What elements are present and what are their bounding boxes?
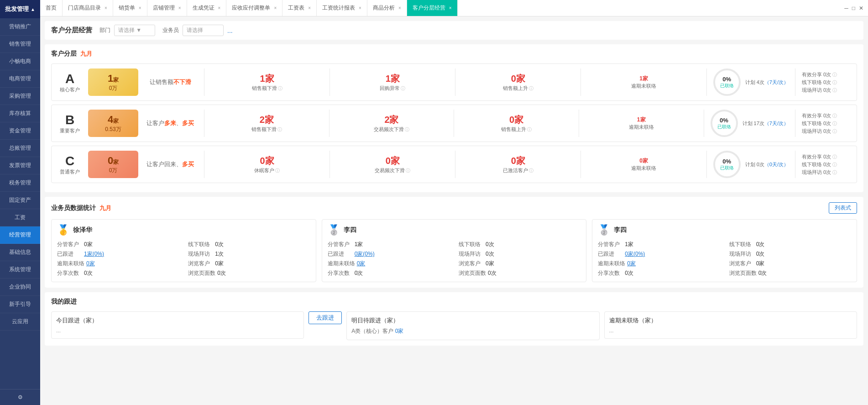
gear-icon: ⚙ — [18, 394, 23, 400]
staff-stat-value-2-4[interactable]: 0家 — [627, 260, 636, 268]
sidebar-item-7[interactable]: 总账管理 — [0, 140, 40, 157]
window-minimize-icon[interactable]: ─ — [844, 5, 848, 11]
staff-stat-value-2-2[interactable]: 0家(0%) — [625, 250, 645, 258]
staff-stat-value-0-5: 0家 — [215, 260, 224, 268]
staff-stat-value-1-6: 0次 — [355, 269, 363, 277]
more-filters-btn[interactable]: ... — [227, 27, 233, 34]
tier-stat3-B[interactable]: 0家 销售额上升 ⓘ — [460, 114, 572, 133]
tier-stat3-C[interactable]: 0家 已激活客户 ⓘ — [462, 155, 574, 174]
tab-close-5[interactable]: × — [274, 5, 277, 11]
tab-close-2[interactable]: × — [139, 5, 141, 11]
sidebar-item-8[interactable]: 发票管理 — [0, 157, 40, 174]
tab-7[interactable]: 工资统计报表× — [317, 0, 367, 16]
list-view-btn[interactable]: 列表式 — [829, 202, 857, 214]
chevron-down-icon: ▼ — [136, 27, 141, 33]
tier-divider-4-A — [580, 68, 581, 96]
staff-stat-value-2-1: 0次 — [756, 241, 765, 248]
sidebar-item-14[interactable]: 系统管理 — [0, 261, 40, 279]
tier-stat1-A[interactable]: 1家 销售额下滑 ⓘ — [211, 73, 323, 92]
tomorrow-followup-box: 明日待跟进（家） A类（核心）客户 0家 — [346, 311, 599, 340]
sidebar-expand-icon[interactable]: ▲ — [31, 7, 35, 12]
tab-0[interactable]: 首页 — [40, 0, 63, 16]
tomorrow-followup-title: 明日待跟进（家） — [351, 316, 594, 325]
staff-stat-row-2-7: 浏览页面数 0次 — [729, 269, 851, 277]
sidebar-settings[interactable]: ⚙ — [0, 389, 40, 405]
sidebar-item-9[interactable]: 税务管理 — [0, 174, 40, 192]
sidebar-item-10[interactable]: 固定资产 — [0, 192, 40, 209]
tier-stat2-A[interactable]: 1家 回购异常 ⓘ — [336, 73, 449, 92]
window-close-icon[interactable]: ✕ — [859, 5, 863, 11]
staff-section-title: 业务员数据统计 — [51, 204, 96, 212]
tier-circle-B: 0% 已联络 — [711, 110, 738, 137]
tab-9[interactable]: 客户分层经营× — [407, 0, 458, 16]
sidebar-item-13[interactable]: 基础信息 — [0, 244, 40, 261]
sidebar-item-3[interactable]: 电商管理 — [0, 70, 40, 88]
tier-stat3-A[interactable]: 0家 销售额上升 ⓘ — [462, 73, 574, 92]
staff-stat-row-1-5: 浏览客户 0家 — [459, 260, 580, 268]
staff-stat-value-0-2[interactable]: 1家(0%) — [84, 250, 104, 258]
tier-count-box-C[interactable]: 0家 0万 — [88, 151, 138, 178]
tier-count-box-B[interactable]: 4家 0.53万 — [88, 110, 138, 137]
staff-stat-row-0-0: 分管客户 0家 — [57, 241, 179, 248]
tab-close-1[interactable]: × — [105, 5, 107, 11]
tier-right-stats-B: 有效分享 0次 ⓘ线下联络 0次 ⓘ现场拜访 0次 ⓘ — [802, 112, 852, 135]
overdue-followup-content: ... — [609, 327, 852, 334]
tab-close-9[interactable]: × — [449, 5, 452, 11]
sidebar-item-15[interactable]: 企业协同 — [0, 279, 40, 296]
tab-2[interactable]: 销货单× — [113, 0, 147, 16]
dept-select[interactable]: 请选择 ▼ — [114, 25, 155, 36]
tab-label-8: 商品分析 — [373, 4, 395, 12]
staff-stat-row-2-2: 已跟进 0家(0%) — [598, 250, 720, 258]
tier-stat2-B[interactable]: 2家 交易频次下滑 ⓘ — [336, 114, 448, 133]
tab-bar: 首页门店商品目录×销货单×店铺管理×生成凭证×应收应付调整单×工资表×工资统计报… — [40, 0, 868, 16]
staff-stat-value-1-1: 0次 — [486, 241, 494, 248]
tier-stat1-B[interactable]: 2家 销售额下滑 ⓘ — [211, 114, 323, 133]
today-followup-title: 今日跟进（家） — [56, 316, 299, 325]
tab-3[interactable]: 店铺管理× — [147, 0, 187, 16]
sidebar-item-12[interactable]: 经营管理 — [0, 226, 40, 244]
sidebar-item-6[interactable]: 资金管理 — [0, 122, 40, 140]
tab-close-8[interactable]: × — [398, 5, 401, 11]
window-restore-icon[interactable]: □ — [852, 5, 855, 11]
customer-section-header: 客户分层 九月 — [51, 50, 857, 58]
staff-stat-row-2-1: 线下联络 0次 — [729, 241, 851, 248]
tab-5[interactable]: 应收应付调整单× — [226, 0, 282, 16]
goto-followup-btn[interactable]: 去跟进 — [309, 311, 342, 324]
sidebar-item-11[interactable]: 工资 — [0, 209, 40, 226]
tab-1[interactable]: 门店商品目录× — [63, 0, 113, 16]
staff-avatar-1: 🥈 — [328, 224, 340, 236]
staff-card-2: 🥈 李四 分管客户 1家 线下联络 0次 已跟进 0家(0%) 现场拜访 0次 … — [592, 219, 857, 282]
sidebar: 批发管理 ▲ 营销推广销售管理小畅电商电商管理采购管理库存核算资金管理总账管理发… — [0, 0, 40, 405]
sidebar-item-1[interactable]: 销售管理 — [0, 36, 40, 53]
sidebar-item-2[interactable]: 小畅电商 — [0, 53, 40, 70]
today-followup-content: ... — [56, 327, 299, 334]
tier-divider-4-C — [580, 151, 581, 178]
tier-count-box-A[interactable]: 1家 0万 — [88, 68, 138, 96]
tab-close-6[interactable]: × — [308, 5, 311, 11]
tab-close-3[interactable]: × — [178, 5, 181, 11]
followup-title: 我的跟进 — [51, 298, 77, 306]
tier-stat2-C[interactable]: 0家 交易频次下滑 ⓘ — [336, 155, 449, 174]
staff-stat-row-1-2: 已跟进 0家(0%) — [328, 250, 450, 258]
staff-select[interactable]: 请选择 — [183, 25, 224, 36]
tab-4[interactable]: 生成凭证× — [187, 0, 227, 16]
tab-6[interactable]: 工资表× — [282, 0, 317, 16]
sidebar-item-5[interactable]: 库存核算 — [0, 105, 40, 122]
staff-stat-value-0-4[interactable]: 0家 — [86, 260, 95, 268]
tab-8[interactable]: 商品分析× — [367, 0, 407, 16]
staff-stat-value-1-2[interactable]: 0家(0%) — [355, 250, 375, 258]
tier-divider-3-A — [455, 68, 455, 96]
staff-card-header-0: 🥇 徐泽华 — [57, 224, 310, 236]
tab-close-4[interactable]: × — [218, 5, 221, 11]
sidebar-item-4[interactable]: 采购管理 — [0, 88, 40, 105]
sidebar-item-0[interactable]: 营销推广 — [0, 18, 40, 36]
tab-close-7[interactable]: × — [359, 5, 361, 11]
tier-stat1-C[interactable]: 0家 休眠客户 ⓘ — [211, 155, 323, 174]
staff-stat-value-1-4[interactable]: 0家 — [357, 260, 366, 268]
staff-stat-value-1-0: 1家 — [355, 241, 363, 248]
staff-section: 业务员数据统计 九月 列表式 🥇 徐泽华 分管客户 0家 线下联络 0次 已跟进… — [45, 197, 863, 288]
tier-divider-1-C — [204, 151, 204, 178]
sidebar-item-16[interactable]: 新手引导 — [0, 296, 40, 313]
sidebar-item-17[interactable]: 云应用 — [0, 313, 40, 331]
staff-stat-row-0-6: 分享次数 0次 — [57, 269, 179, 277]
